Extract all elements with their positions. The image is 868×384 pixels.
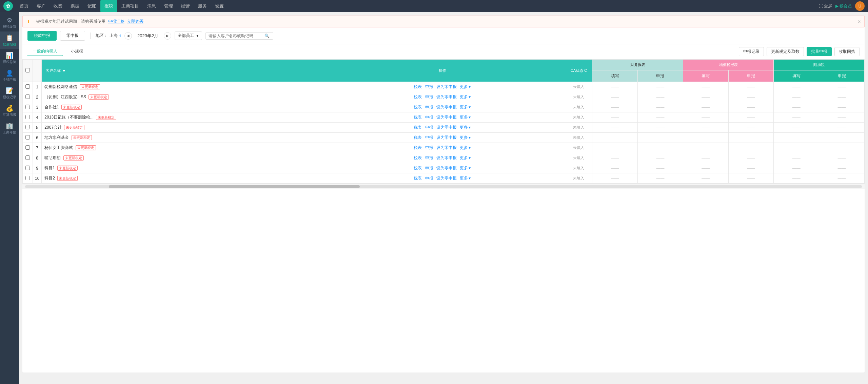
op-declare-link[interactable]: 申报 [425,125,433,130]
row-tax-fill: —— [683,133,728,143]
row-vat-fill: —— [774,163,819,173]
nav-item-tax[interactable]: 报税 [100,0,117,12]
op-zero-declare-link[interactable]: 设为零申报 [436,115,457,120]
op-zero-declare-link[interactable]: 设为零申报 [436,135,457,140]
tab-general-taxpayer[interactable]: 一般的纳税人 [27,47,63,56]
op-tax-form-link[interactable]: 税表 [414,115,422,120]
region-info-icon[interactable]: ℹ [119,34,121,38]
op-tax-form-link[interactable]: 税表 [414,84,422,89]
op-zero-declare-link[interactable]: 设为零申报 [436,145,457,150]
row-finance-submit: —— [638,102,683,112]
row-checkbox[interactable] [25,105,30,109]
batch-declare-button[interactable]: 批量申报 [807,47,832,56]
op-declare-link[interactable]: 申报 [425,155,433,160]
row-checkbox[interactable] [25,155,30,160]
op-more-link[interactable]: 更多▼ [460,94,471,99]
op-more-link[interactable]: 更多▼ [460,105,471,109]
update-tax-data-button[interactable]: 更新税定及取数 [767,47,804,56]
op-more-link[interactable]: 更多▼ [460,145,471,150]
row-checkbox[interactable] [25,125,30,129]
row-checkbox[interactable] [25,166,30,170]
search-input[interactable] [209,34,263,38]
op-zero-declare-link[interactable]: 设为零申报 [436,84,457,89]
declaration-record-button[interactable]: 申报记录 [739,47,764,56]
op-declare-link[interactable]: 申报 [425,176,433,180]
op-zero-declare-link[interactable]: 设为零申报 [436,176,457,180]
select-all-checkbox[interactable] [25,68,30,72]
op-zero-declare-link[interactable]: 设为零申报 [436,105,457,109]
nav-item-message[interactable]: 消息 [143,0,160,12]
op-tax-form-link[interactable]: 税表 [414,155,422,160]
row-checkbox[interactable] [25,94,30,99]
nav-item-billing[interactable]: 收费 [50,0,66,12]
sidebar-item-annual-settlement[interactable]: 💰 汇算清缴 [0,102,19,120]
search-icon[interactable]: 🔍 [264,34,270,38]
sidebar-item-annual-report[interactable]: 🏢 工商年报 [0,120,19,137]
op-more-link[interactable]: 更多▼ [460,84,471,89]
horizontal-scrollbar[interactable] [22,184,865,189]
row-checkbox[interactable] [25,176,30,180]
sidebar-item-tax-overview[interactable]: 📊 报税总览 [0,49,19,67]
nav-item-customer[interactable]: 客户 [33,0,50,12]
banner-close-icon[interactable]: ✕ [857,19,861,24]
op-more-link[interactable]: 更多▼ [460,176,471,180]
nav-item-industrial[interactable]: 工商项目 [117,0,143,12]
nav-item-management[interactable]: 管理 [160,0,177,12]
banner-link-buy[interactable]: 立即购买 [127,19,143,24]
op-more-link[interactable]: 更多▼ [460,166,471,170]
op-tax-form-link[interactable]: 税表 [414,105,422,109]
tab-zero-declaration[interactable]: 零申报 [60,31,85,41]
banner-info-icon: ℹ [28,19,29,24]
row-checkbox[interactable] [25,115,30,119]
sort-icon[interactable]: ▼ [62,69,66,73]
op-tax-form-link[interactable]: 税表 [414,94,422,99]
row-name: 杨仙女工资商试 未更新税定 [42,143,320,153]
sidebar-item-tax-record[interactable]: 📝 报税记录 [0,84,19,102]
op-more-link[interactable]: 更多▼ [460,115,471,120]
sidebar-item-tax-settings[interactable]: ⚙ 报税设置 [0,14,19,31]
retrieve-receipt-button[interactable]: 收取回执 [834,47,860,56]
row-checkbox-cell [23,153,33,163]
user-avatar[interactable]: U [855,1,865,11]
op-zero-declare-link[interactable]: 设为零申报 [436,166,457,170]
fullscreen-button[interactable]: ⛶ 全屏 [819,3,832,9]
nav-item-operation[interactable]: 经营 [177,0,194,12]
op-declare-link[interactable]: 申报 [425,135,433,140]
sidebar-item-personal-tax[interactable]: 👤 个税申报 [0,67,19,84]
next-period-button[interactable]: ▶ [164,32,171,40]
op-declare-link[interactable]: 申报 [425,145,433,150]
row-checkbox[interactable] [25,135,30,140]
op-zero-declare-link[interactable]: 设为零申报 [436,94,457,99]
op-zero-declare-link[interactable]: 设为零申报 [436,155,457,160]
nav-item-settings[interactable]: 设置 [211,0,228,12]
op-declare-link[interactable]: 申报 [425,84,433,89]
op-tax-form-link[interactable]: 税表 [414,166,422,170]
op-more-link[interactable]: 更多▼ [460,135,471,140]
op-zero-declare-link[interactable]: 设为零申报 [436,125,457,130]
tab-tax-declaration[interactable]: 税款申报 [27,31,57,41]
op-declare-link[interactable]: 申报 [425,166,433,170]
op-tax-form-link[interactable]: 税表 [414,125,422,130]
op-more-link[interactable]: 更多▼ [460,155,471,160]
op-tax-form-link[interactable]: 税表 [414,145,422,150]
tab-small-scale[interactable]: 小规模 [65,47,88,56]
row-checkbox[interactable] [25,145,30,150]
employee-selector[interactable]: 全部员工 ▼ [175,31,202,40]
row-operations: 税表 申报 设为零申报 更多▼ [320,143,565,153]
prev-period-button[interactable]: ◀ [124,32,132,40]
vip-button[interactable]: ▶ 畅会员 [835,3,852,9]
nav-item-service[interactable]: 服务 [194,0,211,12]
op-tax-form-link[interactable]: 税表 [414,176,422,180]
row-vat-submit: —— [819,112,865,123]
sidebar-item-batch-tax[interactable]: 📋 批量报税 [0,31,19,49]
row-checkbox[interactable] [25,84,30,89]
nav-item-home[interactable]: 首页 [16,0,33,12]
op-declare-link[interactable]: 申报 [425,105,433,109]
nav-item-invoice[interactable]: 票据 [66,0,83,12]
banner-link-report[interactable]: 申报汇签 [108,19,124,24]
op-more-link[interactable]: 更多▼ [460,125,471,130]
op-declare-link[interactable]: 申报 [425,115,433,120]
nav-item-bookkeeping[interactable]: 记账 [83,0,100,12]
op-declare-link[interactable]: 申报 [425,94,433,99]
op-tax-form-link[interactable]: 税表 [414,135,422,140]
